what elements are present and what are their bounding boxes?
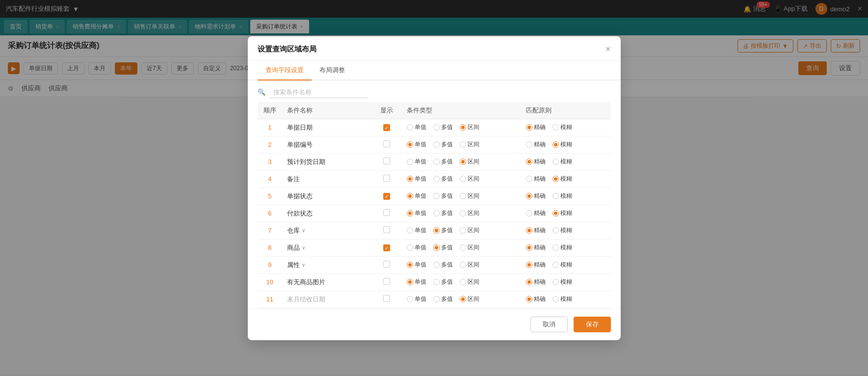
radio-label-single: 单值 [415, 158, 426, 166]
row-display[interactable] [372, 119, 402, 136]
row-match: 精确模糊 [521, 222, 611, 239]
row-display[interactable] [372, 273, 402, 291]
type-radio-single[interactable]: 单值 [407, 243, 426, 252]
type-radio-multi[interactable]: 多值 [433, 226, 453, 235]
match-radio-exact[interactable]: 精确 [526, 192, 546, 200]
match-radio-exact[interactable]: 精确 [526, 261, 546, 269]
type-radio-multi[interactable]: 多值 [433, 209, 453, 217]
display-checkbox[interactable] [383, 209, 390, 216]
type-radio-single[interactable]: 单值 [407, 278, 426, 286]
type-radio-multi[interactable]: 多值 [433, 261, 453, 269]
row-display[interactable] [372, 136, 402, 153]
display-checkbox[interactable] [383, 278, 390, 285]
row-display[interactable] [372, 205, 402, 222]
condition-name: 仓库 [287, 226, 300, 235]
match-radio-fuzzy[interactable]: 模糊 [552, 158, 572, 166]
row-display[interactable] [372, 291, 402, 308]
display-checkbox[interactable] [383, 226, 390, 233]
type-radio-range[interactable]: 区间 [460, 243, 479, 252]
type-radio-multi[interactable]: 多值 [433, 123, 453, 132]
match-radio-exact[interactable]: 精确 [526, 226, 546, 235]
radio-label-range: 区间 [468, 123, 479, 132]
type-radio-range[interactable]: 区间 [460, 123, 479, 132]
match-circle-exact [526, 227, 532, 234]
modal-tab-layout[interactable]: 布局调整 [312, 61, 353, 81]
match-radio-fuzzy[interactable]: 模糊 [552, 140, 572, 149]
match-radio-fuzzy[interactable]: 模糊 [552, 261, 572, 269]
radio-circle-multi [433, 210, 440, 216]
type-radio-range[interactable]: 区间 [460, 192, 479, 200]
row-display[interactable] [372, 256, 402, 273]
display-checkbox[interactable] [383, 158, 390, 164]
type-radio-range[interactable]: 区间 [460, 295, 479, 303]
display-checkbox[interactable] [383, 193, 390, 200]
match-radio-exact[interactable]: 精确 [526, 295, 546, 303]
radio-circle-single [407, 244, 413, 251]
display-checkbox[interactable] [383, 175, 390, 182]
type-radio-range[interactable]: 区间 [460, 175, 479, 183]
type-radio-single[interactable]: 单值 [407, 209, 426, 217]
type-radio-range[interactable]: 区间 [460, 278, 479, 286]
display-checkbox[interactable] [383, 295, 390, 302]
radio-label-range: 区间 [468, 158, 479, 166]
type-radio-multi[interactable]: 多值 [433, 158, 453, 166]
type-radio-range[interactable]: 区间 [460, 209, 479, 217]
modal-tab-query[interactable]: 查询字段设置 [258, 61, 312, 81]
row-type: 单值多值区间 [402, 256, 521, 273]
match-radio-exact[interactable]: 精确 [526, 123, 546, 132]
match-radio-fuzzy[interactable]: 模糊 [552, 243, 572, 252]
display-checkbox[interactable] [383, 140, 390, 147]
match-radio-exact[interactable]: 精确 [526, 278, 546, 286]
type-radio-multi[interactable]: 多值 [433, 140, 453, 149]
row-display[interactable] [372, 239, 402, 256]
table-row: 2单据编号单值多值区间精确模糊 [258, 136, 611, 153]
row-display[interactable] [372, 188, 402, 205]
radio-circle-range [460, 159, 466, 165]
radio-circle-range [460, 227, 466, 234]
type-radio-range[interactable]: 区间 [460, 140, 479, 149]
table-row: 3预计到货日期单值多值区间精确模糊 [258, 153, 611, 170]
row-match: 精确模糊 [521, 136, 611, 153]
type-radio-single[interactable]: 单值 [407, 226, 426, 235]
row-display[interactable] [372, 222, 402, 239]
save-button[interactable]: 保存 [574, 317, 611, 332]
type-radio-single[interactable]: 单值 [407, 295, 426, 303]
display-checkbox[interactable] [383, 124, 390, 131]
match-radio-exact[interactable]: 精确 [526, 209, 546, 217]
match-radio-fuzzy[interactable]: 模糊 [552, 295, 572, 303]
modal-close-btn[interactable]: × [605, 44, 611, 54]
type-radio-single[interactable]: 单值 [407, 123, 426, 132]
type-radio-single[interactable]: 单值 [407, 158, 426, 166]
match-radio-fuzzy[interactable]: 模糊 [552, 175, 572, 183]
display-checkbox[interactable] [383, 244, 390, 251]
type-radio-multi[interactable]: 多值 [433, 295, 453, 303]
type-radio-single[interactable]: 单值 [407, 261, 426, 269]
match-radio-exact[interactable]: 精确 [526, 158, 546, 166]
display-checkbox[interactable] [383, 261, 390, 268]
match-radio-fuzzy[interactable]: 模糊 [552, 209, 572, 217]
type-radio-multi[interactable]: 多值 [433, 192, 453, 200]
search-input[interactable] [269, 86, 368, 98]
type-radio-range[interactable]: 区间 [460, 226, 479, 235]
row-match: 精确模糊 [521, 119, 611, 136]
match-radio-exact[interactable]: 精确 [526, 175, 546, 183]
row-display[interactable] [372, 153, 402, 170]
type-radio-range[interactable]: 区间 [460, 261, 479, 269]
match-radio-fuzzy[interactable]: 模糊 [552, 226, 572, 235]
row-display[interactable] [372, 170, 402, 188]
type-radio-single[interactable]: 单值 [407, 140, 426, 149]
match-radio-exact[interactable]: 精确 [526, 243, 546, 252]
type-radio-single[interactable]: 单值 [407, 175, 426, 183]
cancel-button[interactable]: 取消 [530, 317, 568, 332]
match-radio-fuzzy[interactable]: 模糊 [552, 123, 572, 132]
type-radio-single[interactable]: 单值 [407, 192, 426, 200]
match-radio-fuzzy[interactable]: 模糊 [552, 278, 572, 286]
type-radio-multi[interactable]: 多值 [433, 175, 453, 183]
radio-label-multi: 多值 [441, 261, 453, 269]
match-radio-fuzzy[interactable]: 模糊 [552, 192, 572, 200]
type-radio-multi[interactable]: 多值 [433, 243, 453, 252]
type-radio-range[interactable]: 区间 [460, 158, 479, 166]
match-radio-exact[interactable]: 精确 [526, 140, 546, 149]
table-row: 11来月结收日期单值多值区间精确模糊 [258, 291, 611, 308]
type-radio-multi[interactable]: 多值 [433, 278, 453, 286]
